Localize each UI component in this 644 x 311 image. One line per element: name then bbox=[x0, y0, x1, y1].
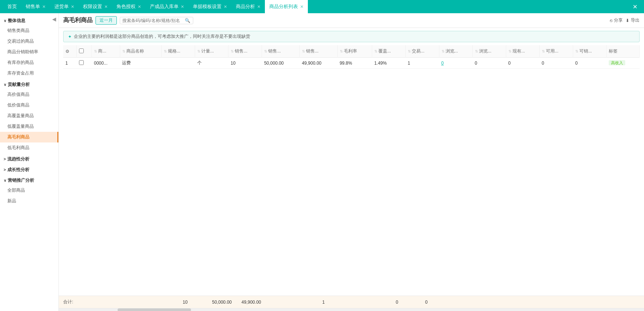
nav-close-icon[interactable]: ✕ bbox=[181, 4, 184, 9]
sidebar-item-销售类商品[interactable]: 销售类商品 bbox=[0, 25, 58, 36]
sidebar-group-arrow-icon: ∨ bbox=[4, 19, 6, 23]
nav-item-角色授权[interactable]: 角色授权✕ bbox=[112, 0, 145, 13]
available-cell: 0 bbox=[539, 58, 573, 69]
sort-icon: ⇅ bbox=[442, 49, 445, 53]
col-header-15[interactable]: ⇅可用... bbox=[539, 45, 573, 58]
sort-icon: ⇅ bbox=[408, 49, 411, 53]
table-row: 10000...运费个1050,000.0049,900.0099.8%1.49… bbox=[63, 58, 640, 69]
search-wrapper: 🔍 bbox=[120, 17, 193, 24]
table-body: 10000...运费个1050,000.0049,900.0099.8%1.49… bbox=[63, 58, 640, 69]
footer-spacer1 bbox=[78, 300, 180, 305]
sidebar-group-label: 贡献量分析 bbox=[8, 82, 30, 88]
nav-close-icon[interactable]: ✕ bbox=[104, 4, 108, 9]
sidebar-group-arrow-icon: > bbox=[4, 157, 6, 161]
col-header-13[interactable]: ⇅浏览... bbox=[472, 45, 506, 58]
col-header-14[interactable]: ⇅现有... bbox=[506, 45, 539, 58]
share-label: 分享 bbox=[614, 17, 623, 23]
sort-icon: ⇅ bbox=[264, 49, 267, 53]
table-header: ⚙⇅商...⇅商品名称⇅规格...⇅计量...⇅销售...⇅销售...⇅销售..… bbox=[63, 45, 640, 58]
sort-icon: ⇅ bbox=[575, 49, 578, 53]
horizontal-scrollbar[interactable] bbox=[59, 308, 644, 311]
sidebar-group-营销推广分析[interactable]: ∨营销推广分析 bbox=[0, 174, 58, 185]
col-header-4[interactable]: ⇅规格... bbox=[161, 45, 195, 58]
footer-sales3: 49,900.00 bbox=[239, 300, 269, 305]
col-header-10[interactable]: ⇅覆盖... bbox=[372, 45, 406, 58]
tag-badge[interactable]: 高收入 bbox=[609, 60, 625, 65]
nav-item-商品分析[interactable]: 商品分析✕ bbox=[231, 0, 265, 13]
browse1-cell[interactable]: 0 bbox=[439, 58, 472, 69]
nav-item-单据模板设置[interactable]: 单据模板设置✕ bbox=[188, 0, 231, 13]
sidebar-item-全部商品[interactable]: 全部商品 bbox=[0, 185, 58, 196]
sidebar-item-交易过的商品[interactable]: 交易过的商品 bbox=[0, 36, 58, 47]
col-header-16[interactable]: ⇅可销... bbox=[573, 45, 607, 58]
col-header-9[interactable]: ⇅毛利率 bbox=[337, 45, 372, 58]
col-header-3[interactable]: ⇅商品名称 bbox=[120, 45, 161, 58]
nav-item-权限设置[interactable]: 权限设置✕ bbox=[79, 0, 112, 13]
sidebar-group-成长性分析[interactable]: >成长性分析 bbox=[0, 164, 58, 174]
sidebar-group-整体信息[interactable]: ∨整体信息 bbox=[0, 15, 58, 25]
footer-spacer2 bbox=[269, 300, 298, 305]
close-window-button[interactable]: ✕ bbox=[629, 3, 641, 10]
export-button[interactable]: ⬇ 导出 bbox=[626, 17, 640, 23]
sidebar-item-高毛利商品[interactable]: 高毛利商品 bbox=[0, 132, 58, 142]
sales1-cell: 10 bbox=[229, 58, 262, 69]
current-cell: 0 bbox=[506, 58, 539, 69]
sidebar-item-低覆盖量商品[interactable]: 低覆盖量商品 bbox=[0, 121, 58, 132]
footer-sales2: 50,000.00 bbox=[210, 300, 239, 305]
sidebar-item-低毛利商品[interactable]: 低毛利商品 bbox=[0, 142, 58, 153]
data-table: ⚙⇅商...⇅商品名称⇅规格...⇅计量...⇅销售...⇅销售...⇅销售..… bbox=[63, 45, 640, 69]
nav-close-icon[interactable]: ✕ bbox=[71, 4, 74, 9]
footer-transaction: 1 bbox=[320, 300, 349, 305]
sidebar-item-新品[interactable]: 新品 bbox=[0, 196, 58, 206]
search-input[interactable] bbox=[122, 18, 185, 23]
table-wrapper: ⚙⇅商...⇅商品名称⇅规格...⇅计量...⇅销售...⇅销售...⇅销售..… bbox=[59, 45, 644, 296]
nav-close-icon[interactable]: ✕ bbox=[42, 4, 46, 9]
export-icon: ⬇ bbox=[626, 18, 629, 23]
nav-close-icon[interactable]: ✕ bbox=[138, 4, 141, 9]
main-layout: ◀ ∨整体信息销售类商品交易过的商品商品分销助销率有库存的商品库存资金占用∨贡献… bbox=[0, 13, 644, 311]
nav-item-商品分析列表[interactable]: 商品分析列表✕ bbox=[265, 0, 308, 13]
sort-icon: ⇅ bbox=[340, 49, 343, 53]
col-header-7[interactable]: ⇅销售... bbox=[262, 45, 300, 58]
footer-cells: 10 50,000.00 49,900.00 1 0 0 bbox=[78, 300, 640, 305]
nav-item-首页[interactable]: 首页 bbox=[3, 0, 21, 13]
sidebar-group-arrow-icon: > bbox=[4, 168, 6, 172]
col-header-6[interactable]: ⇅销售... bbox=[229, 45, 262, 58]
col-header-5[interactable]: ⇅计量... bbox=[195, 45, 229, 58]
col-header-8[interactable]: ⇅销售... bbox=[300, 45, 338, 58]
alert-icon: ✦ bbox=[68, 34, 72, 39]
nav-item-销售单[interactable]: 销售单✕ bbox=[21, 0, 50, 13]
sidebar-group-流趋性分析[interactable]: >流趋性分析 bbox=[0, 153, 58, 164]
gross-rate-cell: 99.8% bbox=[337, 58, 372, 69]
sidebar-item-库存资金占用[interactable]: 库存资金占用 bbox=[0, 68, 58, 79]
sort-icon: ⇅ bbox=[231, 49, 234, 53]
share-button[interactable]: ⎋ 分享 bbox=[610, 17, 623, 23]
sidebar-item-高价值商品[interactable]: 高价值商品 bbox=[0, 89, 58, 100]
sidebar-item-低价值商品[interactable]: 低价值商品 bbox=[0, 100, 58, 111]
col-header-12[interactable]: ⇅浏览... bbox=[439, 45, 472, 58]
tag-cell[interactable]: 高收入 bbox=[607, 58, 640, 69]
col-header-1 bbox=[77, 45, 92, 58]
nav-item-进货单[interactable]: 进货单✕ bbox=[50, 0, 79, 13]
footer-spacer4 bbox=[349, 300, 371, 305]
sidebar-group-贡献量分析[interactable]: ∨贡献量分析 bbox=[0, 79, 58, 89]
scrollbar-thumb[interactable] bbox=[118, 308, 191, 311]
nav-close-icon[interactable]: ✕ bbox=[300, 4, 303, 9]
sort-icon: ⇅ bbox=[197, 49, 200, 53]
col-header-2[interactable]: ⇅商... bbox=[92, 45, 120, 58]
page-title: 高毛利商品 bbox=[63, 17, 93, 24]
sidebar-collapse-button[interactable]: ◀ bbox=[52, 16, 56, 22]
link-cell[interactable]: 0 bbox=[441, 61, 444, 66]
col-header-11[interactable]: ⇅交易... bbox=[406, 45, 439, 58]
sidebar-item-商品分销助销率[interactable]: 商品分销助销率 bbox=[0, 47, 58, 57]
row-checkbox[interactable] bbox=[79, 60, 84, 65]
search-icon[interactable]: 🔍 bbox=[185, 18, 190, 23]
select-all-checkbox[interactable] bbox=[79, 48, 84, 53]
sidebar-item-高覆盖量商品[interactable]: 高覆盖量商品 bbox=[0, 111, 58, 121]
nav-close-icon[interactable]: ✕ bbox=[224, 4, 227, 9]
sidebar-group-label: 成长性分析 bbox=[7, 167, 29, 173]
nav-item-产成品入库单[interactable]: 产成品入库单✕ bbox=[145, 0, 188, 13]
nav-close-icon[interactable]: ✕ bbox=[257, 4, 260, 9]
time-filter-month-button[interactable]: 近一月 bbox=[96, 16, 117, 25]
sidebar-item-有库存的商品[interactable]: 有库存的商品 bbox=[0, 57, 58, 68]
